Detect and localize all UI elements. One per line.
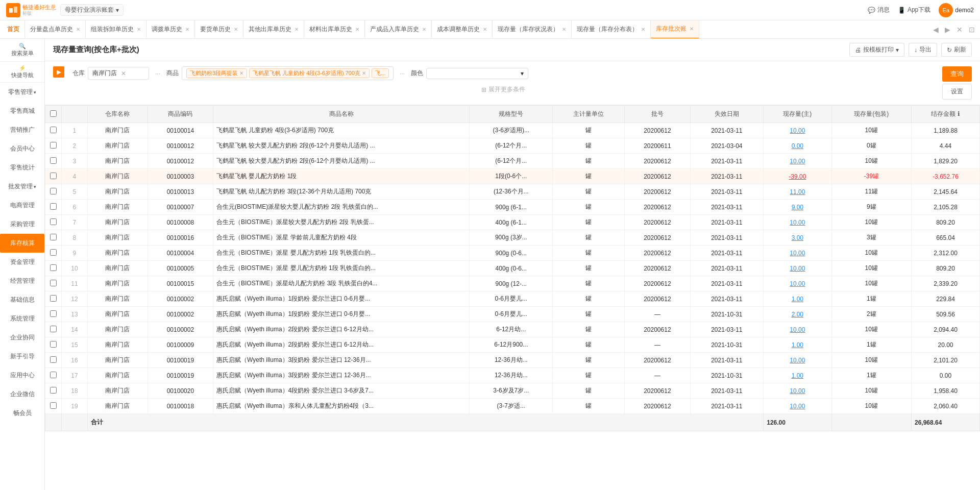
sidebar-quick-nav[interactable]: ⚡ 快捷导航: [0, 62, 44, 83]
tab-bar-maximize[interactable]: ⊡: [966, 26, 978, 34]
cell-checkbox[interactable]: [45, 307, 62, 322]
tab-close-requisition[interactable]: ✕: [234, 27, 238, 32]
col-stock-main: 现存量(主): [764, 106, 831, 123]
user-area[interactable]: Ea demo2: [939, 3, 974, 17]
cell-checkbox[interactable]: [45, 399, 62, 414]
sidebar-item-app-center[interactable]: 应用中心: [0, 366, 44, 385]
printer-icon: 🖨: [855, 46, 861, 54]
sidebar-item-marketing[interactable]: 营销推广: [0, 120, 44, 139]
tab-product-in[interactable]: 产成品入库单历史 ✕: [365, 20, 432, 39]
cell-checkbox[interactable]: [45, 123, 62, 138]
tab-close-batch[interactable]: ✕: [690, 26, 694, 32]
tab-close-material-out[interactable]: ✕: [355, 27, 359, 32]
tab-close-stock-status[interactable]: ✕: [562, 27, 566, 32]
cell-checkbox[interactable]: [45, 154, 62, 169]
query-btn[interactable]: 查询: [942, 66, 972, 82]
expand-more-btn[interactable]: ⊞ 展开更多条件: [479, 83, 527, 96]
sidebar-item-retail-store[interactable]: 零售商城: [0, 102, 44, 120]
tab-disassemble[interactable]: 组装拆卸单历史 ✕: [86, 20, 146, 39]
col-name: 商品名称: [213, 106, 470, 123]
tab-close-split[interactable]: ✕: [76, 27, 80, 32]
sidebar-item-finance[interactable]: 资金管理: [0, 253, 44, 272]
col-unit: 主计量单位: [553, 106, 625, 123]
refresh-btn[interactable]: ↻ 刷新: [941, 43, 972, 57]
cell-balance: 809.20: [911, 261, 979, 276]
cell-checkbox[interactable]: [45, 368, 62, 383]
product-tag-close-2[interactable]: ✕: [362, 70, 366, 76]
color-input[interactable]: ▾: [426, 68, 528, 79]
sidebar-item-retail-stats[interactable]: 零售统计: [0, 158, 44, 177]
cell-checkbox[interactable]: [45, 383, 62, 399]
cell-checkbox[interactable]: [45, 200, 62, 215]
sidebar-item-member[interactable]: 会员中心: [0, 139, 44, 158]
tab-split-inventory[interactable]: 分量盘点单历史 ✕: [25, 20, 86, 39]
cell-checkbox[interactable]: [45, 215, 62, 230]
sidebar-item-purchase[interactable]: 采购管理: [0, 215, 44, 234]
tab-material-out[interactable]: 材料出库单历史 ✕: [304, 20, 365, 39]
cell-checkbox[interactable]: [45, 169, 62, 184]
cell-checkbox[interactable]: [45, 276, 62, 291]
settings-btn[interactable]: 设置: [942, 84, 972, 100]
cell-checkbox[interactable]: [45, 138, 62, 154]
tab-cost-adjust[interactable]: 成本调整单历史 ✕: [432, 20, 493, 39]
cell-checkbox[interactable]: [45, 291, 62, 307]
export-btn[interactable]: ↓ 导出: [909, 43, 937, 57]
cell-checkbox[interactable]: [45, 184, 62, 200]
warehouse-close-icon[interactable]: ✕: [121, 70, 126, 77]
filter-more-1[interactable]: ···: [155, 70, 160, 77]
select-all-checkbox[interactable]: [50, 110, 57, 117]
tab-close-adjust[interactable]: ✕: [185, 27, 189, 32]
cell-name: 惠氏启赋（Wyeth illuma）2段奶粉 爱尔兰进口 6-12月幼...: [213, 337, 470, 353]
sidebar-item-basic[interactable]: 基础信息: [0, 290, 44, 309]
sidebar-item-enterprise-wechat[interactable]: 企业微信: [0, 385, 44, 404]
cell-name: 惠氏启赋（Wyeth illuma）1段奶粉 爱尔兰进口 0-6月婴...: [213, 291, 470, 307]
expand-toggle-btn[interactable]: ▶: [53, 66, 64, 78]
sidebar-item-operations[interactable]: 经营管理: [0, 272, 44, 290]
cell-checkbox[interactable]: [45, 322, 62, 337]
sidebar-item-member2[interactable]: 畅会员: [0, 404, 44, 423]
sidebar-search[interactable]: 🔍 搜索菜单: [0, 39, 44, 62]
cell-stock-pkg: -39罐: [831, 169, 911, 184]
user-avatar: Ea: [939, 3, 953, 17]
cell-checkbox[interactable]: [45, 261, 62, 276]
tab-stock-dist[interactable]: 现存量（库存分布表） ✕: [572, 20, 651, 39]
cell-stock-main: 3.00: [764, 230, 831, 246]
template-print-btn[interactable]: 🖨 按模板打印 ▾: [849, 43, 904, 57]
sidebar-item-retail-mgmt[interactable]: 零售管理▾: [0, 83, 44, 102]
sidebar-item-wholesale[interactable]: 批发管理▾: [0, 177, 44, 196]
tab-requisition[interactable]: 要货单历史 ✕: [195, 20, 243, 39]
app-download-btn[interactable]: 📱 App下载: [898, 6, 930, 14]
cell-checkbox[interactable]: [45, 337, 62, 353]
workspace-selector[interactable]: 母婴行业演示账套 ▾: [60, 4, 124, 16]
tab-close-disassemble[interactable]: ✕: [137, 27, 141, 32]
product-tag-close-1[interactable]: ✕: [239, 70, 243, 76]
tab-stock-status[interactable]: 现存量（库存状况表） ✕: [493, 20, 572, 39]
sidebar-item-enterprise[interactable]: 企业协同: [0, 328, 44, 347]
tab-home[interactable]: 首页: [2, 20, 25, 39]
filter-more-2[interactable]: ···: [400, 70, 405, 77]
tab-close-stock-dist[interactable]: ✕: [641, 27, 645, 32]
tab-adjust[interactable]: 调拨单历史 ✕: [146, 20, 195, 39]
message-btn[interactable]: 💬 消息: [868, 6, 890, 14]
product-input[interactable]: 飞鹤奶粉3段两提装 ✕ 飞鹤星飞帆 儿童奶粉 4段(3-6岁适用) 700克 ✕…: [182, 66, 394, 80]
tab-other-out[interactable]: 其他出库单历史 ✕: [243, 20, 304, 39]
tab-close-other-out[interactable]: ✕: [295, 27, 299, 32]
sidebar-item-ecommerce[interactable]: 电商管理: [0, 196, 44, 215]
tab-close-product-in[interactable]: ✕: [422, 27, 426, 32]
cell-stock-main: 1.00: [764, 337, 831, 353]
cell-checkbox[interactable]: [45, 246, 62, 261]
logo-icon: [6, 3, 20, 17]
tab-next-btn[interactable]: ▶: [942, 26, 953, 34]
tab-batch-account[interactable]: 库存批次账 ✕: [651, 20, 699, 39]
sidebar-item-system[interactable]: 系统管理: [0, 309, 44, 328]
cell-checkbox[interactable]: [45, 230, 62, 246]
tab-prev-btn[interactable]: ◀: [930, 26, 942, 34]
tab-close-cost-adjust[interactable]: ✕: [483, 27, 487, 32]
cell-stock-pkg: 11罐: [831, 184, 911, 200]
cell-checkbox[interactable]: [45, 353, 62, 368]
cell-spec: 12-36月幼...: [470, 353, 553, 368]
sidebar-item-new-guide[interactable]: 新手引导: [0, 347, 44, 366]
sidebar-item-inventory[interactable]: 库存核算: [0, 234, 44, 253]
warehouse-input[interactable]: 南岸门店 ✕: [88, 67, 149, 80]
tab-bar-close-all[interactable]: ✕: [953, 26, 966, 34]
